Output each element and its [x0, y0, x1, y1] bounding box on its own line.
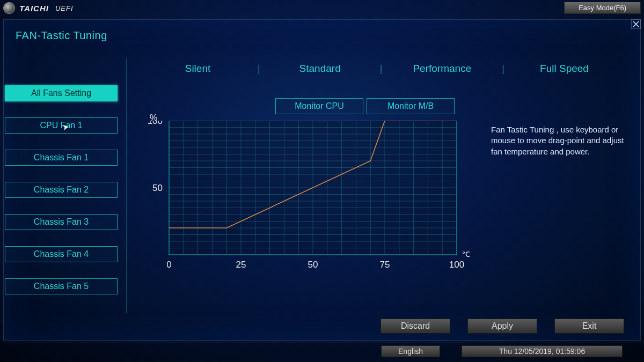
sidebar-item-all-fans[interactable]: All Fans Setting [5, 85, 118, 101]
brand-name: TAICHI [19, 4, 49, 13]
discard-button[interactable]: Discard [380, 319, 450, 334]
preset-full-speed[interactable]: Full Speed [504, 63, 624, 75]
preset-separator: | [380, 63, 383, 75]
svg-text:0: 0 [166, 260, 171, 270]
monitor-buttons: Monitor CPU Monitor M/B [275, 98, 455, 114]
apply-button[interactable]: Apply [467, 319, 537, 334]
sidebar-item-label: Chassis Fan 3 [34, 217, 89, 226]
sidebar-item-cpu-fan-1[interactable]: CPU Fan 1 [5, 117, 118, 134]
page-title: FAN-Tastic Tuning [16, 29, 107, 42]
main-window: FAN-Tastic Tuning All Fans Setting CPU F… [3, 19, 641, 341]
sidebar-item-chassis-fan-3[interactable]: Chassis Fan 3 [5, 214, 118, 230]
preset-separator: | [502, 63, 504, 75]
sidebar-item-chassis-fan-5[interactable]: Chassis Fan 5 [5, 278, 118, 294]
top-bar: TAICHI UEFI Easy Mode(F6) [0, 0, 644, 16]
exit-button[interactable]: Exit [554, 319, 624, 334]
action-buttons: Discard Apply Exit [380, 319, 624, 334]
sidebar-item-label: Chassis Fan 5 [34, 282, 89, 291]
svg-text:50: 50 [308, 260, 318, 270]
preset-tabs: Silent | Standard | Performance | Full S… [138, 63, 624, 75]
fan-curve-chart[interactable]: % 025507510050100°C [137, 121, 470, 292]
svg-text:50: 50 [152, 183, 163, 193]
easy-mode-button[interactable]: Easy Mode(F6) [564, 2, 641, 14]
sidebar-divider [126, 58, 127, 313]
sidebar-item-label: CPU Fan 1 [40, 121, 82, 130]
brand: TAICHI UEFI [3, 2, 74, 14]
sidebar-item-chassis-fan-1[interactable]: Chassis Fan 1 [5, 150, 118, 166]
chart-svg[interactable]: 025507510050100°C [137, 121, 470, 292]
datetime-display: Thu 12/05/2019, 01:59:06 [462, 345, 623, 357]
preset-standard[interactable]: Standard [260, 63, 380, 75]
sidebar-item-label: All Fans Setting [31, 88, 91, 98]
close-icon[interactable] [631, 19, 641, 29]
preset-separator: | [258, 63, 260, 75]
sidebar-item-chassis-fan-2[interactable]: Chassis Fan 2 [5, 182, 118, 198]
help-text: Fan Tastic Tuning , use keyboard or mous… [491, 124, 636, 157]
sidebar-item-chassis-fan-4[interactable]: Chassis Fan 4 [5, 246, 118, 262]
sidebar: All Fans Setting CPU Fan 1 Chassis Fan 1… [4, 85, 122, 294]
brand-sub: UEFI [55, 4, 74, 12]
svg-text:25: 25 [236, 260, 246, 270]
monitor-mb-button[interactable]: Monitor M/B [367, 98, 455, 114]
brand-logo-icon [3, 2, 15, 14]
svg-text:100: 100 [449, 260, 464, 270]
preset-silent[interactable]: Silent [138, 63, 258, 75]
sidebar-item-label: Chassis Fan 1 [34, 153, 89, 162]
svg-text:75: 75 [380, 260, 390, 270]
language-button[interactable]: English [381, 345, 440, 357]
y-axis-unit: % [150, 113, 157, 123]
preset-performance[interactable]: Performance [382, 63, 502, 75]
status-bar: English Thu 12/05/2019, 01:59:06 [0, 343, 644, 362]
sidebar-item-label: Chassis Fan 4 [34, 249, 89, 258]
sidebar-item-label: Chassis Fan 2 [34, 185, 89, 194]
monitor-cpu-button[interactable]: Monitor CPU [275, 98, 363, 114]
svg-text:°C: °C [462, 249, 470, 258]
